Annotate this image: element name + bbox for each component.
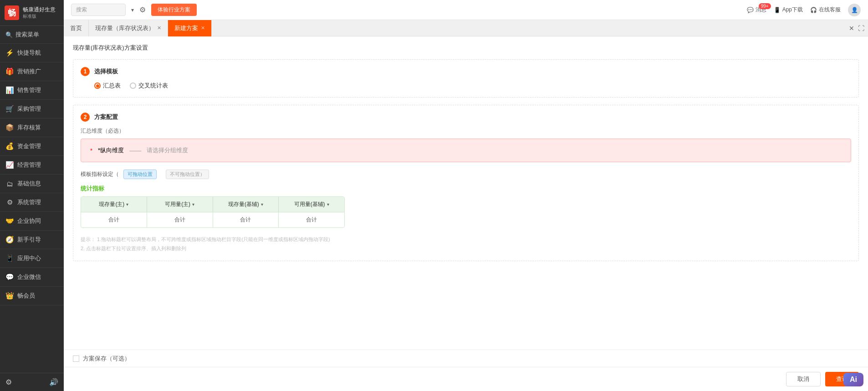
sidebar-item-quick-nav[interactable]: ⚡ 快捷导航 bbox=[0, 44, 64, 62]
section2-number: 2 bbox=[81, 113, 90, 122]
section-choose-template: 1 选择模板 汇总表 交叉统计表 bbox=[73, 59, 859, 98]
app-download-button[interactable]: 📱 App下载 bbox=[774, 6, 803, 14]
col-header-current-main[interactable]: 现存量(主) ▾ bbox=[81, 197, 147, 212]
sidebar-item-label: 畅会员 bbox=[17, 292, 35, 300]
trial-plan-button[interactable]: 体验行业方案 bbox=[151, 4, 197, 16]
radio-summary-circle bbox=[94, 82, 101, 89]
messages-badge: 99+ bbox=[759, 3, 771, 9]
tips-line2: 2. 点击标题栏下拉可设置排序、插入列和删除列 bbox=[81, 244, 851, 253]
sound-icon[interactable]: 🔊 bbox=[49, 378, 58, 386]
sidebar-item-sales[interactable]: 📊 销售管理 bbox=[0, 81, 64, 100]
sidebar-item-wechat[interactable]: 💬 企业微信 bbox=[0, 268, 64, 287]
quick-nav-icon: ⚡ bbox=[5, 49, 14, 57]
stats-table: 现存量(主) ▾ 可用量(主) ▾ 现存量(基辅) ▾ 可用量(基辅) bbox=[81, 196, 345, 228]
save-checkbox[interactable] bbox=[73, 355, 79, 362]
sidebar-item-purchase[interactable]: 🛒 采购管理 bbox=[0, 100, 64, 118]
app-center-icon: 📱 bbox=[5, 254, 14, 262]
wechat-icon: 💬 bbox=[5, 273, 14, 281]
topbar-gear-button[interactable]: ⚙ bbox=[139, 5, 146, 14]
avatar-placeholder: 👤 bbox=[851, 7, 858, 13]
radio-cross-table[interactable]: 交叉统计表 bbox=[130, 82, 168, 90]
vertical-dim-label: *纵向维度 bbox=[98, 146, 124, 154]
sidebar-bottom: ⚙ 🔊 bbox=[0, 373, 64, 391]
sidebar-item-operations[interactable]: 📈 经营管理 bbox=[0, 156, 64, 175]
tabbar-right: ✕ ⛶ bbox=[849, 25, 868, 32]
finance-icon: 💰 bbox=[5, 142, 14, 150]
draggable-badge: 可拖动位置 bbox=[123, 170, 157, 179]
col-available-aux-label: 可用量(基辅) bbox=[294, 201, 325, 208]
col-header-available-main[interactable]: 可用量(主) ▾ bbox=[147, 197, 213, 212]
aggregate-dim-label: 汇总维度（必选） bbox=[81, 127, 851, 135]
cell-available-aux-total: 合计 bbox=[279, 212, 344, 227]
main-area: 搜索 ▾ ⚙ 体验行业方案 💬 消息 99+ 📱 App下载 🎧 在线客服 👤 bbox=[64, 0, 868, 391]
tab-inventory-close[interactable]: ✕ bbox=[157, 25, 161, 31]
page-title: 现存量(库存状况表)方案设置 bbox=[73, 44, 859, 52]
sidebar: 畅 畅康通好生意 标准版 🔍 搜索菜单 ⚡ 快捷导航 🎁 营销推广 📊 销售管理… bbox=[0, 0, 64, 391]
tab-inventory-label: 现存量（库存状况表） bbox=[95, 24, 154, 32]
content-area: 现存量(库存状况表)方案设置 1 选择模板 汇总表 交叉统计表 bbox=[64, 36, 868, 391]
tips-label: 提示： bbox=[81, 237, 96, 242]
section1-header: 1 选择模板 bbox=[81, 67, 851, 76]
basic-info-icon: 🗂 bbox=[5, 180, 14, 188]
inventory-icon: 📦 bbox=[5, 123, 14, 132]
ai-badge[interactable]: Ai bbox=[843, 373, 863, 386]
app-name: 畅康通好生意 bbox=[23, 6, 56, 14]
sidebar-item-label: 应用中心 bbox=[17, 254, 41, 262]
sidebar-item-label: 系统管理 bbox=[17, 198, 41, 206]
sidebar-item-inventory[interactable]: 📦 库存核算 bbox=[0, 118, 64, 137]
tab-expand-button[interactable]: ⛶ bbox=[858, 25, 864, 32]
tips-title: 提示： 1.拖动标题栏可以调整布局，不可跨维度或指标区域拖动栏目字段(只能在同一… bbox=[81, 235, 851, 244]
sidebar-item-label: 资金管理 bbox=[17, 142, 41, 150]
topbar-search-box[interactable]: 搜索 bbox=[71, 4, 126, 16]
radio-cross-circle bbox=[130, 82, 136, 89]
search-icon: 🔍 bbox=[5, 31, 13, 38]
stats-table-header: 现存量(主) ▾ 可用量(主) ▾ 现存量(基辅) ▾ 可用量(基辅) bbox=[81, 197, 344, 212]
messages-button[interactable]: 💬 消息 99+ bbox=[747, 6, 766, 14]
sidebar-item-label: 采购管理 bbox=[17, 105, 41, 113]
tab-home[interactable]: 首页 bbox=[64, 20, 89, 36]
radio-summary-table[interactable]: 汇总表 bbox=[94, 82, 121, 90]
sidebar-logo: 畅 畅康通好生意 标准版 bbox=[0, 0, 64, 26]
col-current-aux-label: 现存量(基辅) bbox=[228, 201, 259, 208]
col-header-available-aux[interactable]: 可用量(基辅) ▾ bbox=[279, 197, 344, 212]
sidebar-item-label: 企业微信 bbox=[17, 273, 41, 281]
sidebar-search-label: 搜索菜单 bbox=[15, 31, 39, 39]
col-header-current-aux[interactable]: 现存量(基辅) ▾ bbox=[213, 197, 279, 212]
vertical-dim-placeholder[interactable]: 请选择分组维度 bbox=[147, 146, 188, 154]
stats-section-label: 统计指标 bbox=[81, 185, 851, 193]
sidebar-item-marketing[interactable]: 🎁 营销推广 bbox=[0, 62, 64, 81]
topbar: 搜索 ▾ ⚙ 体验行业方案 💬 消息 99+ 📱 App下载 🎧 在线客服 👤 bbox=[64, 0, 868, 20]
operations-icon: 📈 bbox=[5, 161, 14, 169]
indicator-settings-label: 模板指标设定（ bbox=[81, 170, 119, 178]
system-icon: ⚙ bbox=[5, 198, 14, 206]
sidebar-item-finance[interactable]: 💰 资金管理 bbox=[0, 137, 64, 156]
guide-icon: 🧭 bbox=[5, 236, 14, 244]
app-download-label: App下载 bbox=[782, 6, 803, 14]
sidebar-item-system[interactable]: ⚙ 系统管理 bbox=[0, 193, 64, 212]
settings-icon[interactable]: ⚙ bbox=[5, 378, 12, 386]
col-current-main-label: 现存量(主) bbox=[99, 201, 124, 208]
section1-number: 1 bbox=[81, 67, 90, 76]
sidebar-item-app-center[interactable]: 📱 应用中心 bbox=[0, 249, 64, 268]
user-avatar[interactable]: 👤 bbox=[848, 4, 861, 16]
sidebar-item-basic-info[interactable]: 🗂 基础信息 bbox=[0, 175, 64, 193]
online-service-button[interactable]: 🎧 在线客服 bbox=[810, 6, 841, 14]
sidebar-item-enterprise[interactable]: 🤝 企业协同 bbox=[0, 212, 64, 231]
sidebar-item-member[interactable]: 👑 畅会员 bbox=[0, 287, 64, 305]
tab-close-all-button[interactable]: ✕ bbox=[849, 25, 854, 32]
tab-inventory-status[interactable]: 现存量（库存状况表） ✕ bbox=[89, 20, 168, 36]
enterprise-icon: 🤝 bbox=[5, 217, 14, 225]
tab-new-plan-close[interactable]: ✕ bbox=[201, 25, 205, 31]
section1-title: 选择模板 bbox=[94, 67, 118, 76]
tips-section: 提示： 1.拖动标题栏可以调整布局，不可跨维度或指标区域拖动栏目字段(只能在同一… bbox=[81, 235, 851, 253]
stats-table-row: 合计 合计 合计 合计 bbox=[81, 212, 344, 227]
sidebar-item-guide[interactable]: 🧭 新手引导 bbox=[0, 231, 64, 249]
tab-new-plan[interactable]: 新建方案 ✕ bbox=[168, 20, 212, 36]
vertical-dim-row: * *纵向维度 —— 请选择分组维度 bbox=[81, 139, 851, 162]
topbar-dropdown-button[interactable]: ▾ bbox=[131, 7, 134, 13]
cell-current-main-total: 合计 bbox=[81, 212, 147, 227]
chevron-down-icon: ▾ bbox=[327, 202, 329, 207]
member-icon: 👑 bbox=[5, 292, 14, 300]
cancel-button[interactable]: 取消 bbox=[786, 372, 821, 386]
sidebar-search[interactable]: 🔍 搜索菜单 bbox=[0, 26, 64, 44]
